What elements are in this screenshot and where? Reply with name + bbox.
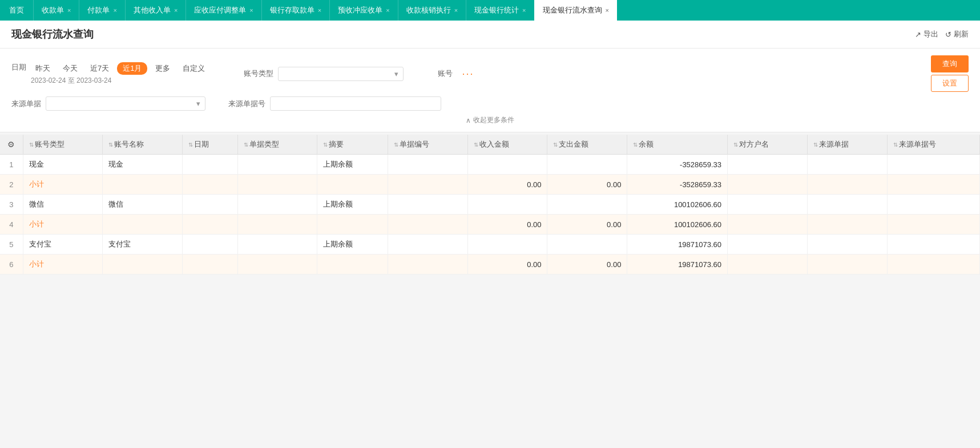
- nav-tab-其他收入单[interactable]: 其他收入单×: [125, 0, 185, 21]
- col-sort-icon[interactable]: ⇅: [553, 142, 558, 148]
- collapse-label: 收起更多条件: [473, 115, 514, 125]
- col-sort-icon[interactable]: ⇅: [108, 142, 113, 148]
- cell-account_name: 微信: [103, 195, 183, 215]
- cell-counterpart: [728, 215, 808, 235]
- collapse-bar[interactable]: ∧ 收起更多条件: [11, 115, 969, 125]
- date-option-近7天[interactable]: 近7天: [86, 62, 114, 75]
- cell-doc_type: [237, 235, 317, 255]
- cell-doc_type: [237, 215, 317, 235]
- source-doc-no-input[interactable]: [270, 96, 441, 111]
- cell-account_name: 现金: [103, 155, 183, 175]
- cell-source_doc: [808, 255, 888, 275]
- date-option-昨天[interactable]: 昨天: [31, 62, 55, 75]
- cell-income: 0.00: [467, 175, 547, 195]
- table-body: 1现金现金上期余额-3528659.332小计0.000.00-3528659.…: [0, 155, 980, 275]
- query-button[interactable]: 查询: [931, 55, 969, 72]
- cell-gear: 4: [0, 215, 23, 235]
- nav-tab-付款单[interactable]: 付款单×: [79, 0, 124, 21]
- col-sort-icon[interactable]: ⇅: [633, 142, 638, 148]
- cell-summary: [317, 175, 388, 195]
- account-more-button[interactable]: ···: [457, 66, 478, 82]
- col-sort-icon[interactable]: ⇅: [733, 142, 738, 148]
- settings-button[interactable]: 设置: [931, 75, 969, 92]
- cell-date: [183, 255, 237, 275]
- source-doc-select[interactable]: ▾: [46, 96, 205, 111]
- nav-tab-银行存取款单[interactable]: 银行存取款单×: [261, 0, 329, 21]
- account-type-select[interactable]: ▾: [278, 67, 404, 81]
- col-sort-icon[interactable]: ⇅: [474, 142, 478, 148]
- nav-tab-应收应付调整单[interactable]: 应收应付调整单×: [185, 0, 261, 21]
- column-gear: ⚙: [0, 135, 23, 155]
- close-icon[interactable]: ×: [386, 7, 389, 14]
- date-options: 昨天今天近7天近1月更多自定义: [31, 62, 209, 75]
- close-icon[interactable]: ×: [454, 7, 458, 14]
- nav-tab-收款单[interactable]: 收款单×: [33, 0, 79, 21]
- gear-icon[interactable]: ⚙: [7, 140, 15, 149]
- nav-tab-现金银行流水查询[interactable]: 现金银行流水查询×: [534, 0, 617, 21]
- col-label-source_doc: 来源单据: [819, 140, 849, 148]
- close-icon[interactable]: ×: [174, 7, 178, 14]
- refresh-button[interactable]: ↺ 刷新: [945, 29, 969, 39]
- date-option-今天[interactable]: 今天: [58, 62, 82, 75]
- col-sort-icon[interactable]: ⇅: [323, 142, 328, 148]
- close-icon[interactable]: ×: [249, 7, 253, 14]
- cell-doc_type: [237, 155, 317, 175]
- source-doc-no-label: 来源单据号: [228, 99, 265, 109]
- account-type-filter: 账号类型 ▾: [244, 67, 404, 81]
- col-sort-icon[interactable]: ⇅: [244, 142, 248, 148]
- column-counterpart: ⇅对方户名: [728, 135, 808, 155]
- table-row: 1现金现金上期余额-3528659.33: [0, 155, 980, 175]
- cell-doc_no: [388, 195, 467, 215]
- cell-gear: 5: [0, 235, 23, 255]
- date-filter: 日期 昨天今天近7天近1月更多自定义 2023-02-24 至 2023-03-…: [11, 62, 209, 86]
- filter-row-1: 日期 昨天今天近7天近1月更多自定义 2023-02-24 至 2023-03-…: [11, 55, 969, 92]
- cell-source_doc_no: [887, 155, 979, 175]
- nav-tab-label: 现金银行统计: [474, 5, 519, 15]
- close-icon[interactable]: ×: [113, 7, 116, 14]
- col-sort-icon[interactable]: ⇅: [813, 142, 818, 148]
- cell-source_doc: [808, 215, 888, 235]
- cell-income: [467, 235, 547, 255]
- cell-doc_no: [388, 255, 467, 275]
- action-buttons: 查询 设置: [931, 55, 969, 92]
- top-navigation: 首页 收款单×付款单×其他收入单×应收应付调整单×银行存取款单×预收冲应收单×收…: [0, 0, 980, 21]
- cell-gear: 2: [0, 175, 23, 195]
- date-option-更多[interactable]: 更多: [151, 62, 175, 75]
- cell-source_doc_no: [887, 175, 979, 195]
- close-icon[interactable]: ×: [522, 7, 526, 14]
- cell-doc_no: [388, 175, 467, 195]
- nav-home[interactable]: 首页: [0, 0, 33, 21]
- col-sort-icon[interactable]: ⇅: [893, 142, 898, 148]
- nav-tab-预收冲应收单[interactable]: 预收冲应收单×: [329, 0, 397, 21]
- col-sort-icon[interactable]: ⇅: [188, 142, 193, 148]
- date-range: 2023-02-24 至 2023-03-24: [31, 76, 209, 86]
- export-button[interactable]: ↗ 导出: [915, 29, 938, 39]
- col-label-date: 日期: [194, 140, 209, 148]
- column-source_doc: ⇅来源单据: [808, 135, 888, 155]
- col-sort-icon[interactable]: ⇅: [394, 142, 398, 148]
- col-label-expense: 支出金额: [559, 140, 588, 148]
- nav-tab-收款核销执行[interactable]: 收款核销执行×: [398, 0, 466, 21]
- close-icon[interactable]: ×: [67, 7, 71, 14]
- account-type-label: 账号类型: [244, 68, 273, 79]
- nav-tab-现金银行统计[interactable]: 现金银行统计×: [466, 0, 534, 21]
- column-account_name: ⇅账号名称: [103, 135, 183, 155]
- date-option-自定义[interactable]: 自定义: [178, 62, 209, 75]
- chevron-down-icon-2: ▾: [196, 99, 200, 108]
- column-summary: ⇅摘要: [317, 135, 388, 155]
- refresh-label: 刷新: [954, 29, 969, 39]
- table-row: 3微信微信上期余额100102606.60: [0, 195, 980, 215]
- cell-doc_type: [237, 175, 317, 195]
- col-sort-icon[interactable]: ⇅: [29, 142, 34, 148]
- column-doc_type: ⇅单据类型: [237, 135, 317, 155]
- close-icon[interactable]: ×: [318, 7, 321, 14]
- source-doc-filter: 来源单据 ▾: [11, 96, 205, 111]
- header-actions: ↗ 导出 ↺ 刷新: [915, 29, 969, 39]
- cell-source_doc_no: [887, 195, 979, 215]
- close-icon[interactable]: ×: [606, 7, 609, 14]
- cell-doc_no: [388, 155, 467, 175]
- date-option-近1月[interactable]: 近1月: [117, 62, 147, 75]
- nav-tab-label: 现金银行流水查询: [543, 5, 602, 15]
- cell-summary: 上期余额: [317, 195, 388, 215]
- cell-income: 0.00: [467, 215, 547, 235]
